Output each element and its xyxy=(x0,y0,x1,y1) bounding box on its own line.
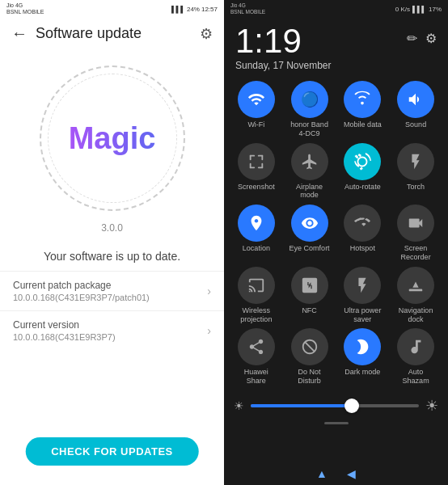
time-action-icons: ✏ ⚙ xyxy=(407,31,437,46)
quick-item-torch[interactable]: Torch xyxy=(391,143,440,200)
quick-label-14: Ultra power saver xyxy=(341,306,383,324)
quick-icon-airplane-mode xyxy=(291,143,328,180)
brightness-high-icon: ☀ xyxy=(425,397,438,415)
quick-label-13: NFC xyxy=(302,306,317,315)
quick-icon-torch xyxy=(397,143,434,180)
quick-item-ultra-power-saver[interactable]: Ultra power saver xyxy=(339,267,387,324)
quick-icon-wi-fi xyxy=(238,81,275,118)
version-label: Current version xyxy=(13,319,116,331)
version-content: Current version 10.0.0.168(C431E9R3P7) xyxy=(13,319,116,342)
carrier2-right: BSNL MOBILE xyxy=(230,9,265,15)
carrier1-right: Jio 4G xyxy=(230,2,265,9)
quick-item-hotspot[interactable]: Hotspot xyxy=(339,205,387,262)
quick-item-eye-comfort[interactable]: Eye Comfort xyxy=(285,205,334,262)
quick-item-dark-mode[interactable]: Dark mode xyxy=(339,328,387,386)
check-btn-container: CHECK FOR UPDATES xyxy=(25,437,199,466)
quick-label-7: Torch xyxy=(407,183,425,192)
quick-icon-eye-comfort xyxy=(291,205,328,242)
quick-icon-honor-band-4-dc9: 🔵 xyxy=(291,81,328,118)
patch-value: 10.0.0.168(C431E9R3P7/patch01) xyxy=(13,293,150,302)
settings-icon[interactable]: ⚙ xyxy=(200,25,213,43)
nav-home-icon[interactable]: ◀ xyxy=(347,467,356,480)
quick-label-3: Sound xyxy=(405,120,426,129)
quick-icon-mobile-data xyxy=(344,81,381,118)
quick-item-do-not-disturb[interactable]: Do Not Disturb xyxy=(285,328,334,386)
svg-rect-5 xyxy=(250,162,251,167)
quick-settings-grid: Wi-Fi 🔵 honor Band 4-DC9 Mobile data Sou… xyxy=(224,74,448,392)
quick-label-5: Airplane mode xyxy=(289,183,331,200)
version-chevron: › xyxy=(207,324,211,337)
svg-rect-7 xyxy=(261,162,263,167)
svg-rect-1 xyxy=(250,154,251,159)
quick-label-19: Auto Shazam xyxy=(395,368,437,386)
software-update-panel: Jio 4G BSNL MOBILE ▌▌▌ 24% 12:57 ← Softw… xyxy=(0,0,224,485)
quick-label-8: Location xyxy=(243,244,270,253)
brightness-row: ☀ ☀ xyxy=(224,392,448,420)
time-display: 1:19 xyxy=(235,24,332,58)
quick-icon-do-not-disturb xyxy=(291,328,328,365)
quick-item-screenshot[interactable]: Screenshot xyxy=(232,143,281,200)
quick-settings-gear-icon[interactable]: ⚙ xyxy=(425,31,437,46)
patch-chevron: › xyxy=(207,285,211,297)
time-date-block: 1:19 Sunday, 17 November xyxy=(235,24,332,71)
quick-item-airplane-mode[interactable]: Airplane mode xyxy=(285,143,334,200)
quick-icon-sound xyxy=(397,81,434,118)
nav-back-icon[interactable]: ▲ xyxy=(316,467,328,480)
quick-label-11: Screen Recorder xyxy=(395,244,437,262)
quick-icon-ultra-power-saver xyxy=(344,267,381,304)
magic-logo: Magic xyxy=(69,121,156,156)
back-button[interactable]: ← xyxy=(11,24,27,43)
carrier1-left: Jio 4G xyxy=(6,2,44,9)
quick-label-6: Auto-rotate xyxy=(344,183,381,192)
edit-icon[interactable]: ✏ xyxy=(407,31,417,46)
brightness-slider[interactable] xyxy=(251,404,419,407)
brightness-fill xyxy=(251,404,352,407)
quick-icon-wireless-projection xyxy=(238,267,275,304)
nav-bar: ▲ ◀ xyxy=(224,462,448,485)
status-icons-right: 0 K/s ▌▌▌ 17% xyxy=(395,6,442,13)
page-title: Software update xyxy=(36,25,200,42)
version-display: 3.0.0 xyxy=(0,222,224,234)
quick-item-honor-band-4-dc9[interactable]: 🔵 honor Band 4-DC9 xyxy=(285,81,334,138)
quick-icon-location xyxy=(238,205,275,242)
patch-package-row[interactable]: Current patch package 10.0.0.168(C431E9R… xyxy=(0,271,224,310)
status-icons-left: ▌▌▌ 24% 12:57 xyxy=(171,6,218,13)
quick-item-nfc[interactable]: NFC xyxy=(285,267,334,324)
quick-label-1: honor Band 4-DC9 xyxy=(289,120,331,138)
quick-label-4: Screenshot xyxy=(238,183,275,192)
quick-icon-dark-mode xyxy=(344,328,381,365)
svg-rect-8 xyxy=(409,289,423,291)
quick-item-auto-rotate[interactable]: Auto-rotate xyxy=(339,143,387,200)
quick-item-auto-shazam[interactable]: Auto Shazam xyxy=(391,328,440,386)
quick-item-location[interactable]: Location xyxy=(232,205,281,262)
battery-right: 17% xyxy=(429,6,442,13)
quick-label-2: Mobile data xyxy=(344,120,382,129)
quick-item-wi-fi[interactable]: Wi-Fi xyxy=(232,81,281,138)
signal-icon-right: ▌▌▌ xyxy=(412,6,426,13)
quick-icon-screen-recorder xyxy=(397,205,434,242)
quick-item-navigation-dock[interactable]: Navigation dock xyxy=(391,267,440,324)
check-updates-button[interactable]: CHECK FOR UPDATES xyxy=(25,437,199,466)
quick-item-mobile-data[interactable]: Mobile data xyxy=(339,81,387,138)
quick-icon-nfc xyxy=(291,267,328,304)
status-bar-left: Jio 4G BSNL MOBILE ▌▌▌ 24% 12:57 xyxy=(0,0,224,18)
quick-label-18: Dark mode xyxy=(344,368,380,377)
patch-label: Current patch package xyxy=(13,280,150,291)
quick-item-screen-recorder[interactable]: Screen Recorder xyxy=(391,205,440,262)
quick-item-sound[interactable]: Sound xyxy=(391,81,440,138)
carrier2-left: BSNL MOBILE xyxy=(6,9,44,15)
brightness-thumb[interactable] xyxy=(344,399,359,413)
quick-item-huawei-share[interactable]: Huawei Share xyxy=(232,328,281,386)
quick-icon-auto-shazam xyxy=(397,328,434,365)
version-value: 10.0.0.168(C431E9R3P7) xyxy=(13,332,116,342)
quick-icon-hotspot xyxy=(344,205,381,242)
brightness-low-icon: ☀ xyxy=(234,399,244,412)
carrier-info-right: Jio 4G BSNL MOBILE xyxy=(230,2,265,15)
date-display: Sunday, 17 November xyxy=(235,60,332,71)
quick-label-0: Wi-Fi xyxy=(247,120,264,129)
current-version-row[interactable]: Current version 10.0.0.168(C431E9R3P7) › xyxy=(0,310,224,350)
quick-label-16: Huawei Share xyxy=(235,368,277,386)
speed-indicator: 0 K/s xyxy=(395,6,410,13)
quick-label-15: Navigation dock xyxy=(395,306,437,324)
quick-item-wireless-projection[interactable]: Wireless projection xyxy=(232,267,281,324)
